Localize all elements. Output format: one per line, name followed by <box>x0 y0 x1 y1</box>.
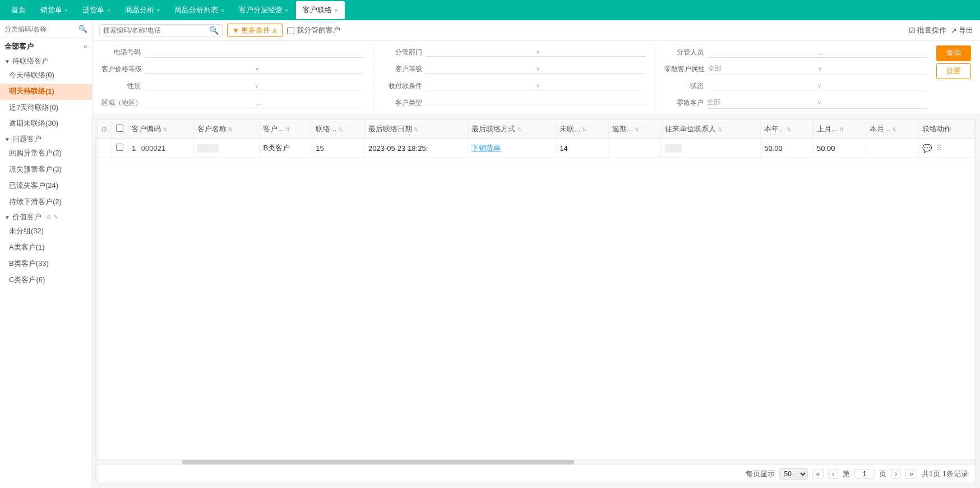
more-filter-button[interactable]: ▼ 更多条件 ∧ <box>227 24 283 37</box>
sort-type-icon[interactable]: ⇅ <box>285 126 290 132</box>
payment-chevron-icon: ∨ <box>536 82 646 89</box>
gear-header[interactable]: ⚙ <box>98 119 112 139</box>
action-grid-icon[interactable]: ⠿ <box>936 144 942 153</box>
status-label: 状态 <box>664 81 704 91</box>
sort-contact-icon[interactable]: ⇅ <box>338 126 343 132</box>
phone-filter-cell: 电话号码 <box>101 47 364 58</box>
person-select[interactable]: … <box>707 47 927 58</box>
sort-overdue-icon[interactable]: ⇅ <box>635 126 639 132</box>
filter-row-4: 区域（地区） … 客户类型 <box>101 96 927 109</box>
setting-button[interactable]: 设置 <box>936 63 971 79</box>
dept-chevron-icon: ∨ <box>536 49 646 55</box>
first-page-button[interactable]: « <box>812 469 824 479</box>
scrollbar-thumb[interactable] <box>182 460 574 464</box>
action-buttons: ☑ 批量操作 ↗ 导出 <box>909 25 973 35</box>
search-input[interactable] <box>103 26 209 34</box>
sidebar-item-c-class[interactable]: C类客户(6) <box>0 272 92 288</box>
edit-icon[interactable]: ✎ <box>53 214 58 221</box>
divider4 <box>655 62 655 76</box>
sidebar-search-input[interactable] <box>4 25 76 33</box>
sidebar-item-ungrouped[interactable]: 未分组(32) <box>0 223 92 240</box>
region-dots-icon[interactable]: … <box>255 99 365 107</box>
nav-customer-tier[interactable]: 客户分层经营 × <box>232 1 295 19</box>
sidebar-item-repurchase[interactable]: 回购异常客户(2) <box>0 145 92 162</box>
sidebar-item-persistent-low[interactable]: 持续下滑客户(2) <box>0 194 92 210</box>
payment-select[interactable]: ∨ <box>426 81 646 90</box>
sort-method-icon[interactable]: ⇅ <box>517 126 521 132</box>
sidebar-item-b-class[interactable]: B类客户(33) <box>0 256 92 272</box>
customer-type-select[interactable] <box>426 102 646 104</box>
refresh-icon[interactable]: ↺ <box>46 214 51 221</box>
sidebar-item-tomorrow[interactable]: 明天待联络(1) <box>0 84 92 100</box>
status-select[interactable]: ∨ <box>707 81 927 90</box>
nav-customer-contact[interactable]: 客户联络 × <box>296 1 344 19</box>
person-dots-icon[interactable]: … <box>817 48 928 56</box>
row-this-month <box>866 139 918 158</box>
customer-level-select[interactable]: ∨ <box>426 65 646 73</box>
search-submit-icon[interactable]: 🔍 <box>209 26 219 35</box>
prev-page-button[interactable]: ‹ <box>828 469 838 479</box>
table-footer: 每页显示 50 100 200 « ‹ 第 页 › » 共1页 1条记录 <box>98 464 975 483</box>
level-chevron-icon: ∨ <box>536 66 646 72</box>
page-number-input[interactable] <box>854 469 875 479</box>
per-page-label: 每页显示 <box>746 469 775 479</box>
sidebar-item-week[interactable]: 近7天待联络(0) <box>0 100 92 116</box>
phone-input[interactable] <box>144 47 364 58</box>
last-page-button[interactable]: » <box>905 469 917 479</box>
sort-year-icon[interactable]: ⇅ <box>787 126 791 132</box>
sidebar-item-today[interactable]: 今天待联络(0) <box>0 67 92 84</box>
customer-type-cell: 客户类型 <box>383 98 646 108</box>
next-page-button[interactable]: › <box>891 469 901 479</box>
sort-month-icon[interactable]: ⇅ <box>892 126 896 132</box>
close-contact-icon[interactable]: × <box>334 7 338 13</box>
row-contact-count: 15 <box>312 139 365 158</box>
batch-operation-button[interactable]: ☑ 批量操作 <box>909 25 946 35</box>
sort-name-icon[interactable]: ⇅ <box>228 126 233 132</box>
nav-home[interactable]: 首页 <box>4 1 33 19</box>
close-sales-order-icon[interactable]: × <box>64 7 68 13</box>
problem-customers-label: 问题客户 <box>12 134 41 144</box>
gender-select[interactable]: ∨ <box>144 81 364 90</box>
gender-cell: 性别 ∨ <box>101 81 364 91</box>
batch-icon: ☑ <box>909 26 916 35</box>
contact-method-link[interactable]: 下销货单 <box>471 144 501 152</box>
close-product-list-icon[interactable]: × <box>220 7 224 13</box>
nav-purchase-order[interactable]: 进货单 × <box>76 1 117 19</box>
sidebar-item-a-class[interactable]: A类客户(1) <box>0 240 92 256</box>
checkbox-header[interactable] <box>112 119 128 139</box>
action-comment-icon[interactable]: 💬 <box>922 144 932 153</box>
query-button[interactable]: 查询 <box>936 45 971 61</box>
sidebar-item-overdue[interactable]: 逾期未联络(30) <box>0 116 92 132</box>
sidebar-item-lost[interactable]: 已流失客户(24) <box>0 178 92 194</box>
sort-date-icon[interactable]: ⇅ <box>414 126 418 132</box>
price-level-select[interactable]: ∨ <box>145 65 364 73</box>
retail-attr-select[interactable]: 全部 ∨ <box>708 63 927 75</box>
export-button[interactable]: ↗ 导出 <box>951 25 973 35</box>
divider7 <box>373 96 374 109</box>
close-product-analysis-icon[interactable]: × <box>156 7 160 13</box>
nav-product-analysis-list[interactable]: 商品分析列表 × <box>168 1 230 19</box>
sort-notcontact-icon[interactable]: ⇅ <box>582 126 586 132</box>
nav-product-analysis[interactable]: 商品分析 × <box>118 1 167 19</box>
sort-person-icon[interactable]: ⇅ <box>718 126 722 132</box>
select-all-checkbox[interactable] <box>116 125 123 132</box>
close-purchase-icon[interactable]: × <box>107 7 110 13</box>
nav-sales-order[interactable]: 销货单 × <box>34 1 75 19</box>
sidebar-search-icon[interactable]: 🔍 <box>78 25 87 33</box>
retail-customer-select[interactable]: 全部 ∨ <box>707 96 927 109</box>
page-label: 第 <box>843 469 850 479</box>
customer-table: ⚙ 客户编码⇅ 客户名称⇅ 客户...⇅ 联络...⇅ 最后联络日期⇅ 最后联络… <box>98 119 975 158</box>
price-level-cell: 客户价格等级 ∨ <box>101 65 364 74</box>
horizontal-scrollbar[interactable] <box>98 459 975 464</box>
dept-select[interactable]: ∨ <box>426 48 646 57</box>
close-tier-icon[interactable]: × <box>285 7 288 13</box>
my-customer-checkbox-wrap[interactable]: 我分管的客户 <box>287 25 340 35</box>
region-select[interactable]: … <box>145 98 364 108</box>
sort-code-icon[interactable]: ⇅ <box>163 126 167 132</box>
per-page-select[interactable]: 50 100 200 <box>779 468 808 480</box>
my-customer-checkbox[interactable] <box>287 27 294 34</box>
all-customers-header[interactable]: 全部客户 « <box>0 38 92 54</box>
sidebar-item-loss-risk[interactable]: 流失预警客户(3) <box>0 162 92 178</box>
sort-lastmonth-icon[interactable]: ⇅ <box>839 126 844 132</box>
row-checkbox[interactable] <box>116 144 123 151</box>
